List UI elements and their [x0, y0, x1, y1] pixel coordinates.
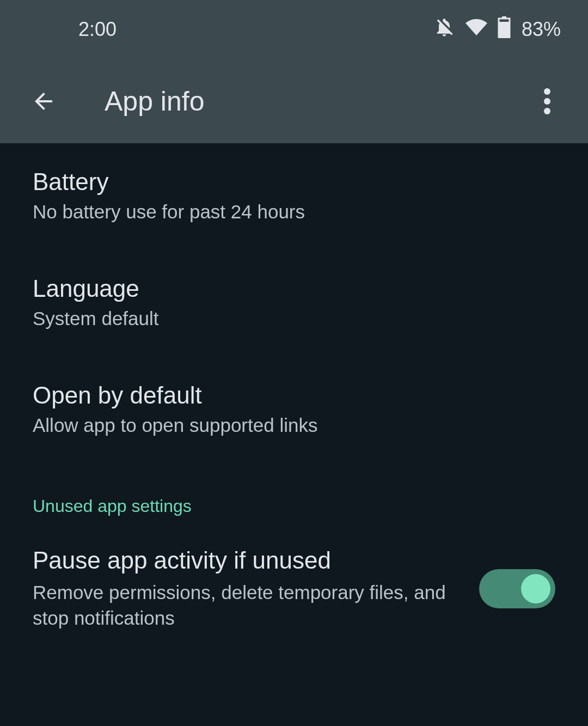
pause-subtitle: Remove permissions, delete temporary fil…	[33, 579, 457, 631]
battery-percent: 83%	[522, 18, 561, 41]
content: Battery No battery use for past 24 hours…	[0, 143, 588, 658]
battery-subtitle: No battery use for past 24 hours	[33, 201, 555, 223]
more-button[interactable]	[534, 85, 561, 118]
page-title: App info	[105, 86, 204, 117]
svg-point-4	[544, 98, 550, 105]
status-icons: 83%	[433, 16, 561, 43]
dnd-off-icon	[433, 16, 455, 43]
toggle-text: Pause app activity if unused Remove perm…	[33, 547, 457, 631]
app-bar: App info	[0, 59, 588, 143]
language-title: Language	[33, 275, 555, 302]
battery-icon	[498, 16, 511, 43]
status-bar: 2:00 83%	[0, 0, 588, 59]
svg-rect-2	[499, 22, 510, 38]
svg-point-5	[544, 108, 550, 114]
language-subtitle: System default	[33, 308, 555, 330]
pause-title: Pause app activity if unused	[33, 547, 457, 574]
battery-item[interactable]: Battery No battery use for past 24 hours	[0, 143, 588, 250]
arrow-back-icon	[30, 88, 57, 114]
open-by-default-title: Open by default	[33, 382, 555, 409]
more-vert-icon	[543, 88, 551, 114]
battery-title: Battery	[33, 168, 555, 196]
svg-point-3	[544, 88, 550, 95]
section-header-unused: Unused app settings	[0, 463, 588, 522]
status-time: 2:00	[78, 18, 117, 41]
language-item[interactable]: Language System default	[0, 250, 588, 357]
switch-thumb	[521, 574, 550, 603]
open-by-default-subtitle: Allow app to open supported links	[33, 414, 555, 436]
pause-toggle-switch[interactable]	[479, 569, 555, 608]
wifi-icon	[465, 16, 488, 43]
pause-app-activity-item[interactable]: Pause app activity if unused Remove perm…	[0, 522, 588, 658]
back-button[interactable]	[27, 85, 60, 118]
open-by-default-item[interactable]: Open by default Allow app to open suppor…	[0, 357, 588, 463]
